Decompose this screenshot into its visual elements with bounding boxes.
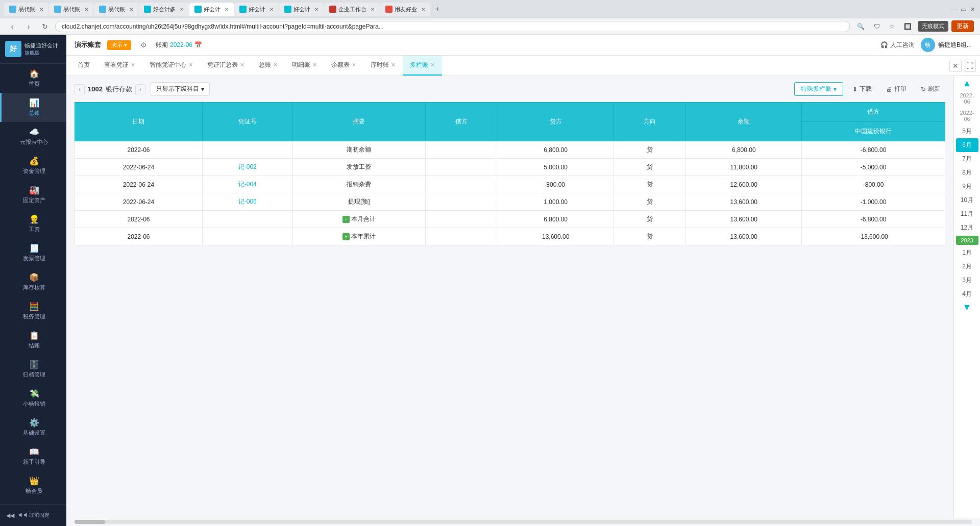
update-button[interactable]: 更新 xyxy=(951,20,974,32)
tab-close-balance[interactable]: ✕ xyxy=(352,62,356,68)
sidebar-item-expense[interactable]: 💸 小畅报销 xyxy=(0,384,66,413)
voucher-link[interactable]: 记-006 xyxy=(238,198,257,205)
cell-summary: 期初余额 xyxy=(292,141,425,159)
tab-yidaizhang-3[interactable]: 易代账 ✕ xyxy=(94,3,138,16)
star-icon[interactable]: ☆ xyxy=(886,21,898,32)
tab-close-multi[interactable]: ✕ xyxy=(430,62,435,68)
h-scrollbar-thumb[interactable] xyxy=(75,520,105,524)
month-11[interactable]: 11月 xyxy=(956,207,978,221)
voucher-link[interactable]: 记-004 xyxy=(238,181,257,188)
sidebar-item-membership[interactable]: 👑 畅会员 xyxy=(0,471,66,500)
prev-account-button[interactable]: ‹ xyxy=(75,84,85,94)
tab-haohuiji-3[interactable]: 好会计 ✕ xyxy=(279,3,324,16)
tab-close-smart[interactable]: ✕ xyxy=(188,62,193,68)
tab-voucher-summary[interactable]: 凭证汇总表 ✕ xyxy=(200,56,252,76)
expand-tab-button[interactable]: ⛶ xyxy=(964,60,976,72)
refresh-button[interactable]: ↻ xyxy=(39,20,51,33)
tab-close-general[interactable]: ✕ xyxy=(273,62,278,68)
month-2[interactable]: 2月 xyxy=(956,260,978,273)
close-browser-button[interactable]: ✕ xyxy=(969,6,976,13)
tab-sequence[interactable]: 序时账 ✕ xyxy=(363,56,403,76)
tab-close[interactable]: ✕ xyxy=(129,7,133,12)
tab-enterprise[interactable]: 企业工作台 ✕ xyxy=(324,3,380,16)
tab-close-detail[interactable]: ✕ xyxy=(312,62,317,68)
new-tab-button[interactable]: + xyxy=(431,3,444,16)
tab-close[interactable]: ✕ xyxy=(371,7,375,12)
search-icon[interactable]: 🔍 xyxy=(854,21,868,32)
sidebar-item-report[interactable]: ☁️ 云报表中心 xyxy=(0,122,66,151)
month-7[interactable]: 7月 xyxy=(956,152,978,166)
month-3[interactable]: 3月 xyxy=(956,273,978,287)
forward-button[interactable]: › xyxy=(22,20,35,33)
month-9[interactable]: 9月 xyxy=(956,180,978,193)
shield-icon[interactable]: 🛡 xyxy=(871,21,883,32)
month-12[interactable]: 12月 xyxy=(956,221,978,235)
tab-close[interactable]: ✕ xyxy=(314,7,318,12)
voucher-link[interactable]: 记-002 xyxy=(238,163,257,170)
sidebar-item-guide[interactable]: 📖 新手引导 xyxy=(0,442,66,471)
tab-home[interactable]: 首页 xyxy=(70,56,97,76)
tab-close-sequence[interactable]: ✕ xyxy=(391,62,396,68)
cell-voucher[interactable]: 记-006 xyxy=(202,193,292,211)
tab-yidaizhang-2[interactable]: 易代账 ✕ xyxy=(49,3,93,16)
sidebar-item-ledger[interactable]: 📊 总账 xyxy=(0,93,66,122)
sidebar-item-salary[interactable]: 👷 工资 xyxy=(0,209,66,238)
special-ledger-button[interactable]: 特殊多栏账 ▾ xyxy=(794,82,843,96)
tab-close[interactable]: ✕ xyxy=(270,7,274,12)
maximize-button[interactable]: ▭ xyxy=(960,6,967,13)
panel-scroll-up[interactable]: ▲ xyxy=(963,78,972,89)
month-8[interactable]: 8月 xyxy=(956,166,978,180)
sidebar-item-close[interactable]: 📋 结账 xyxy=(0,325,66,355)
cell-voucher[interactable]: 记-002 xyxy=(202,159,292,176)
tab-close-view-voucher[interactable]: ✕ xyxy=(131,62,135,68)
h-scrollbar[interactable] xyxy=(75,520,972,524)
tab-close-active[interactable]: ✕ xyxy=(225,7,229,12)
month-10[interactable]: 10月 xyxy=(956,193,978,207)
sidebar-item-invoice[interactable]: 🧾 发票管理 xyxy=(0,238,66,267)
consultant-button[interactable]: 🎧 人工咨询 xyxy=(880,41,915,49)
tab-youyou[interactable]: 用友好业 ✕ xyxy=(380,3,430,16)
filter-dropdown[interactable]: 只显示下级科目 ▾ xyxy=(151,82,210,96)
sidebar-item-assets[interactable]: 🏭 固定资产 xyxy=(0,180,66,209)
sidebar-item-inventory[interactable]: 📦 库存核算 xyxy=(0,267,66,296)
calendar-icon[interactable]: 📅 xyxy=(194,41,202,48)
sidebar-item-archive[interactable]: 🗄️ 归档管理 xyxy=(0,355,66,384)
month-5[interactable]: 5月 xyxy=(956,124,978,138)
month-4[interactable]: 4月 xyxy=(956,287,978,301)
tab-general-ledger[interactable]: 总账 ✕ xyxy=(252,56,285,76)
incognito-button[interactable]: 无痕模式 xyxy=(918,21,948,32)
print-button[interactable]: 🖨 打印 xyxy=(881,83,912,95)
collapse-tab-button[interactable]: ✕ xyxy=(949,60,962,72)
tab-detail-ledger[interactable]: 明细账 ✕ xyxy=(285,56,324,76)
extensions-icon[interactable]: 🔲 xyxy=(901,21,915,32)
tab-multi-column[interactable]: 多栏账 ✕ xyxy=(403,56,442,76)
settings-gear-button[interactable]: ⚙ xyxy=(137,39,150,51)
sidebar-item-home[interactable]: 🏠 首页 xyxy=(0,64,66,93)
tab-haohuiji-active[interactable]: 好会计 ✕ xyxy=(189,3,234,16)
sidebar-item-finance[interactable]: 💰 资金管理 xyxy=(0,151,66,180)
download-button[interactable]: ⬇ 下载 xyxy=(847,83,877,95)
month-6[interactable]: 6月 xyxy=(956,138,978,152)
tab-smart-center[interactable]: 智能凭证中心 ✕ xyxy=(142,56,200,76)
tab-close-voucher-summary[interactable]: ✕ xyxy=(240,62,244,68)
back-button[interactable]: ‹ xyxy=(6,20,18,33)
tab-balance[interactable]: 余额表 ✕ xyxy=(324,56,363,76)
sidebar-item-settings[interactable]: ⚙️ 基础设置 xyxy=(0,413,66,442)
tab-haohuiji-2[interactable]: 好会计 ✕ xyxy=(234,3,279,16)
tab-close[interactable]: ✕ xyxy=(421,7,425,12)
sidebar-item-tax[interactable]: 🧮 税务管理 xyxy=(0,296,66,325)
month-1[interactable]: 1月 xyxy=(956,246,978,260)
refresh-button[interactable]: ↻ 刷新 xyxy=(916,83,945,95)
tab-yidaizhang-1[interactable]: 易代账 ✕ xyxy=(4,3,48,16)
minimize-button[interactable]: — xyxy=(950,6,958,13)
cell-voucher[interactable]: 记-004 xyxy=(202,176,292,193)
unpin-button[interactable]: ◀◀ ◀◀ 取消固定 xyxy=(4,509,62,522)
panel-scroll-down[interactable]: ▼ xyxy=(963,302,972,313)
tab-close[interactable]: ✕ xyxy=(39,7,43,12)
next-account-button[interactable]: › xyxy=(135,84,145,94)
tab-close[interactable]: ✕ xyxy=(180,7,184,12)
url-input[interactable] xyxy=(55,21,850,32)
tab-close[interactable]: ✕ xyxy=(84,7,88,12)
tab-view-voucher[interactable]: 查看凭证 ✕ xyxy=(97,56,142,76)
tab-haohuiji-1[interactable]: 好会计多 ✕ xyxy=(139,3,189,16)
